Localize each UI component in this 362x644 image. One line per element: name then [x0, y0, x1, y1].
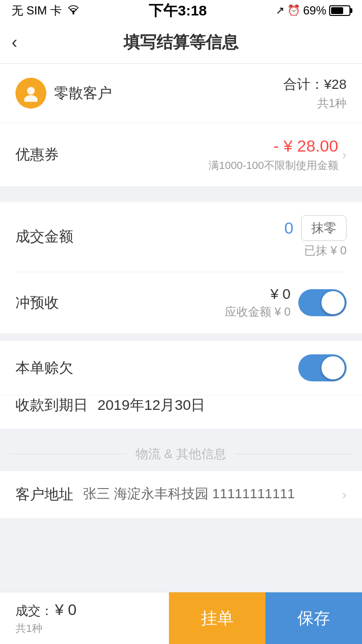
coupon-right: - ¥ 28.00 满1000-100不限制使用金额 ›: [209, 137, 347, 173]
address-chevron-icon: ›: [342, 487, 347, 503]
status-time: 下午3:18: [149, 1, 207, 21]
total-count: 共1种: [283, 96, 347, 111]
due-date-label: 收款到期日: [15, 395, 88, 415]
battery-percent: 69%: [303, 4, 326, 17]
prereceive-sub: 应收金额 ¥ 0: [225, 304, 291, 320]
svg-point-2: [24, 95, 38, 102]
bottom-bar: 成交： ¥ 0 共1种 挂单 保存: [0, 592, 362, 644]
debt-toggle[interactable]: [298, 354, 347, 381]
location-icon: ↗: [276, 4, 284, 17]
customer-section: 零散客户 合计：¥28 共1种 优惠券 - ¥ 28.00 满1000-100不…: [0, 64, 362, 186]
rounded-sub: 已抹 ¥ 0: [284, 243, 347, 258]
address-label: 客户地址: [15, 485, 73, 504]
deal-count: 共1种: [15, 621, 153, 636]
alarm-icon: ⏰: [287, 4, 300, 17]
status-left: 无 SIM 卡: [12, 3, 80, 18]
logistics-label: 物流 & 其他信息: [136, 446, 226, 462]
customer-row: 零散客户 合计：¥28 共1种: [0, 64, 362, 123]
save-button-label: 保存: [297, 607, 330, 630]
due-date-value: 2019年12月30日: [97, 395, 205, 415]
amount-label: 成交金额: [15, 227, 73, 247]
logistics-line-left: [10, 454, 126, 454]
carrier-text: 无 SIM 卡: [12, 3, 62, 18]
prereceive-right: ¥ 0 应收金额 ¥ 0: [225, 286, 347, 320]
customer-info: 零散客户: [15, 78, 112, 109]
amount-section: 成交金额 0 抹零 已抹 ¥ 0 冲预收 ¥ 0 应收金额 ¥ 0: [0, 202, 362, 333]
debt-row: 本单赊欠: [0, 341, 362, 395]
toggle-thumb: [321, 291, 345, 314]
coupon-description: 满1000-100不限制使用金额: [209, 158, 338, 173]
address-section[interactable]: 客户地址 张三 海淀永丰科技园 11111111111 ›: [0, 471, 362, 518]
hang-button[interactable]: 挂单: [169, 592, 265, 644]
bottom-spacer: [0, 518, 362, 576]
coupon-discount: - ¥ 28.00: [209, 137, 338, 155]
address-value: 张三 海淀永丰科技园 11111111111: [83, 485, 295, 503]
debt-label: 本单赊欠: [15, 358, 73, 378]
logistics-separator: 物流 & 其他信息: [0, 436, 362, 471]
back-button[interactable]: ‹: [12, 32, 17, 53]
debt-section: 本单赊欠 收款到期日 2019年12月30日: [0, 341, 362, 429]
prereceive-label: 冲预收: [15, 293, 59, 313]
coupon-label: 优惠券: [15, 145, 59, 165]
deal-amount: ¥ 0: [55, 601, 76, 619]
page-title: 填写结算等信息: [124, 31, 238, 54]
separator-1: [0, 194, 362, 202]
battery-icon: [329, 5, 350, 16]
prereceive-toggle[interactable]: [298, 289, 347, 316]
due-date-row: 收款到期日 2019年12月30日: [0, 395, 362, 429]
amount-value[interactable]: 0: [284, 219, 293, 238]
transaction-amount-row: 成交金额 0 抹零 已抹 ¥ 0: [15, 202, 347, 272]
status-right: ↗ ⏰ 69%: [276, 4, 350, 17]
svg-point-1: [27, 87, 35, 95]
coupon-row[interactable]: 优惠券 - ¥ 28.00 满1000-100不限制使用金额 ›: [0, 123, 362, 186]
hang-button-label: 挂单: [201, 607, 234, 630]
status-bar: 无 SIM 卡 下午3:18 ↗ ⏰ 69%: [0, 0, 362, 21]
wifi-icon: [67, 4, 80, 17]
round-zero-button[interactable]: 抹零: [301, 215, 347, 241]
total-amount: 合计：¥28: [283, 75, 347, 94]
logistics-line-right: [236, 454, 352, 454]
avatar: [15, 78, 46, 109]
address-content: 客户地址 张三 海淀永丰科技园 11111111111: [15, 485, 295, 504]
debt-toggle-thumb: [321, 356, 345, 379]
customer-name: 零散客户: [54, 84, 112, 103]
prereceive-row: 冲预收 ¥ 0 应收金额 ¥ 0: [15, 272, 347, 333]
customer-total: 合计：¥28 共1种: [283, 75, 347, 111]
svg-point-0: [72, 13, 74, 14]
save-button[interactable]: 保存: [265, 592, 362, 644]
deal-label: 成交：: [15, 602, 53, 619]
prereceive-info: ¥ 0 应收金额 ¥ 0: [225, 286, 291, 320]
bottom-info: 成交： ¥ 0 共1种: [0, 601, 169, 636]
nav-bar: ‹ 填写结算等信息: [0, 21, 362, 64]
prereceive-amount: ¥ 0: [225, 286, 291, 302]
coupon-info: - ¥ 28.00 满1000-100不限制使用金额: [209, 137, 338, 173]
chevron-right-icon: ›: [342, 147, 347, 163]
amount-controls: 0 抹零: [284, 215, 347, 241]
separator-2: [0, 333, 362, 341]
